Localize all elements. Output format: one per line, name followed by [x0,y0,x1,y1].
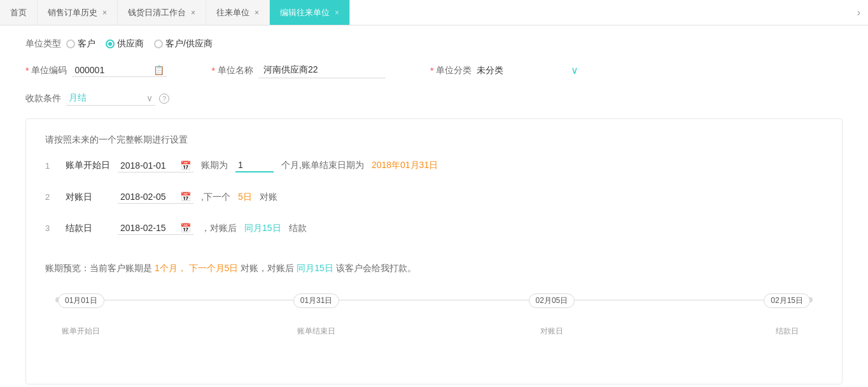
tab-sales-history-label: 销售订单历史 [48,7,97,18]
row-2-label: 对账日 [66,192,110,203]
row-3-highlight: 同月15日 [244,223,281,234]
tab-edit-partner[interactable]: 编辑往来单位 × [270,0,350,25]
unit-code-copy-icon[interactable]: 📋 [153,65,164,75]
unit-category-dropdown[interactable]: 未分类 ∨ [477,64,578,76]
row-2-desc-suffix: 对账 [260,192,277,203]
tab-partner[interactable]: 往来单位 × [206,0,270,25]
unit-info-row: * 单位编码 📋 * 单位名称 * 单位分类 未分类 ∨ [25,62,843,78]
tab-home-label: 首页 [10,7,27,18]
radio-supplier[interactable]: 供应商 [106,38,144,50]
row-3-num: 3 [45,223,58,233]
radio-supplier-circle [106,39,115,48]
preview-part3: 同月15日 [297,263,333,273]
preview-label: 账期预览：当前客户账期是 [45,263,152,273]
timeline-point-4: 02月15日 结款日 [764,293,810,337]
unit-name-group: * 单位名称 [211,62,385,78]
payment-terms-row: 收款条件 月结 ∨ ? [25,91,843,106]
unit-name-label: 单位名称 [218,65,253,76]
row-3-label: 结款日 [66,223,110,234]
main-content: 单位类型 客户 供应商 客户/供应商 * 单位编码 [0,25,868,387]
unit-code-group: * 单位编码 📋 [25,64,167,77]
preview-part2: 下一个月5日 [189,263,239,273]
row-2-highlight: 5日 [238,192,252,203]
unit-category-arrow[interactable]: ∨ [571,64,578,76]
payment-terms-label: 收款条件 [25,93,61,104]
radio-customer-label: 客户 [78,38,95,50]
timeline-label-2: 账单结束日 [297,326,335,337]
row-1-calendar-icon[interactable]: 📅 [180,160,191,171]
row-3-date-field[interactable] [120,223,178,233]
unit-name-input[interactable] [258,62,386,78]
radio-supplier-label: 供应商 [117,38,144,50]
tab-cash-work[interactable]: 钱货日清工作台 × [118,0,206,25]
tab-more-button[interactable]: › [850,0,868,25]
row-1-period-label: 账期为 [201,160,228,171]
unit-name-star: * [211,66,214,76]
setting-row-1: 1 账单开始日 📅 账期为 个月,账单结束日期为 2018年01月31日 [45,158,823,172]
row-1-label: 账单开始日 [66,160,110,171]
row-3-desc-prefix: ，对账后 [201,223,237,234]
row-2-calendar-icon[interactable]: 📅 [180,192,191,202]
timeline-label-4: 结款日 [776,326,799,337]
unit-category-group: * 单位分类 未分类 ∨ [430,64,578,76]
unit-category-value: 未分类 [477,65,566,76]
timeline-point-1: 01月01日 账单开始日 [58,293,104,337]
settings-panel: 请按照未来的一个完整帐期进行设置 1 账单开始日 📅 账期为 个月,账单结束日期… [25,118,843,384]
radio-both-circle [154,39,163,48]
preview-end: 该客户会给我打款。 [336,263,416,273]
timeline-point-2: 01月31日 账单结束日 [293,293,340,337]
setting-row-2: 2 对账日 📅 ,下一个 5日 对账 [45,190,823,204]
unit-category-label: 单位分类 [436,65,472,76]
row-2-date-field[interactable] [120,192,178,202]
tab-edit-partner-close[interactable]: × [335,9,339,17]
radio-group: 客户 供应商 客户/供应商 [66,38,213,50]
row-1-end-date: 2018年01月31日 [372,160,438,171]
unit-type-row: 单位类型 客户 供应商 客户/供应商 [25,38,843,50]
payment-terms-group: 收款条件 月结 ∨ ? [25,91,169,106]
timeline-label-3: 对账日 [540,326,563,337]
preview-text: 账期预览：当前客户账期是 1个月， 下一个月5日 对账，对账后 同月15日 该客… [45,263,823,274]
tab-home[interactable]: 首页 [0,0,38,25]
payment-terms-value: 月结 [69,92,144,104]
timeline-point-3: 02月05日 对账日 [529,293,575,337]
payment-terms-select[interactable]: 月结 ∨ [66,91,155,106]
timeline-label-1: 账单开始日 [62,326,100,337]
row-1-months-text: 个月,账单结束日期为 [281,160,364,171]
payment-terms-arrow[interactable]: ∨ [146,93,153,103]
tab-cash-work-label: 钱货日清工作台 [128,7,186,18]
row-1-date-field[interactable] [120,160,178,171]
unit-category-star: * [430,66,433,76]
tab-cash-work-close[interactable]: × [191,9,195,17]
row-3-calendar-icon[interactable]: 📅 [180,223,191,233]
tab-bar: 首页 销售订单历史 × 钱货日清工作台 × 往来单位 × 编辑往来单位 × › [0,0,868,25]
tab-partner-close[interactable]: × [255,9,259,17]
row-1-date-input: 📅 [118,159,193,172]
row-2-num: 2 [45,192,58,202]
unit-code-star: * [25,66,29,76]
radio-both[interactable]: 客户/供应商 [154,38,213,50]
timeline-badge-1: 01月01日 [58,293,104,308]
tab-edit-partner-label: 编辑往来单位 [280,7,330,18]
tab-sales-history[interactable]: 销售订单历史 × [38,0,118,25]
preview-section: 账期预览：当前客户账期是 1个月， 下一个月5日 对账，对账后 同月15日 该客… [45,253,823,369]
preview-part1: 1个月， [155,263,186,273]
timeline: 01月01日 账单开始日 01月31日 账单结束日 02月05日 对账日 02月… [45,287,823,362]
row-2-date-input: 📅 [118,190,193,204]
unit-code-input[interactable] [74,65,151,75]
panel-title: 请按照未来的一个完整帐期进行设置 [45,134,823,146]
tab-partner-label: 往来单位 [216,7,249,18]
unit-code-input-wrapper: 📋 [72,64,167,77]
row-3-desc-suffix: 结款 [289,223,307,234]
timeline-badge-4: 02月15日 [764,293,810,308]
unit-type-group: 单位类型 客户 供应商 客户/供应商 [25,38,213,50]
timeline-badge-2: 01月31日 [293,293,340,308]
timeline-badge-3: 02月05日 [529,293,575,308]
period-input[interactable] [235,158,274,172]
radio-customer[interactable]: 客户 [66,38,95,50]
row-3-date-input: 📅 [118,222,193,235]
radio-customer-circle [66,39,75,48]
payment-terms-help[interactable]: ? [159,94,169,104]
unit-type-label: 单位类型 [25,38,61,50]
tab-sales-history-close[interactable]: × [102,9,107,17]
unit-code-label: 单位编码 [31,65,67,76]
